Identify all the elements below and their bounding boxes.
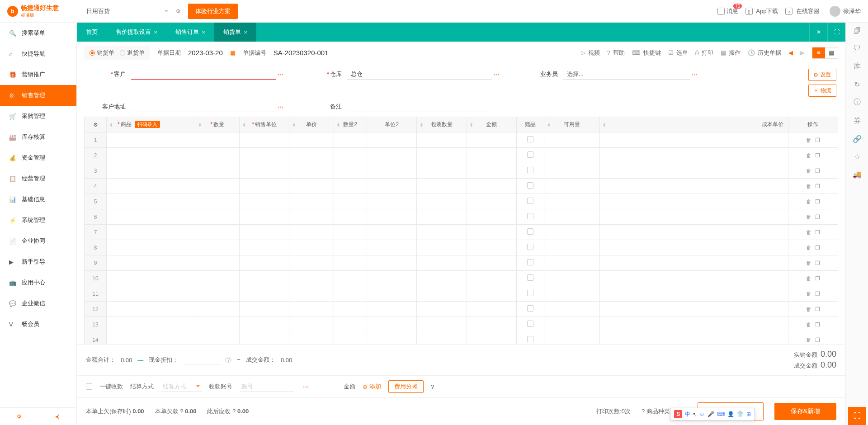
- gift-cell[interactable]: [517, 194, 544, 209]
- scan-input-tag[interactable]: 扫码录入: [135, 121, 160, 128]
- product-cell[interactable]: [107, 163, 195, 179]
- table-row[interactable]: 14🗑❐: [85, 332, 838, 345]
- unit2-cell[interactable]: [367, 255, 417, 271]
- sidebar-item-12[interactable]: 📺应用中心: [0, 272, 76, 293]
- sidebar-item-7[interactable]: 📋经营管理: [0, 168, 76, 189]
- unit2-cell[interactable]: [367, 332, 417, 345]
- cost-cell[interactable]: [599, 194, 788, 209]
- unit-cell[interactable]: [240, 148, 289, 163]
- amount-cell[interactable]: [467, 255, 516, 271]
- qty2-column[interactable]: ▲▼数量2: [334, 117, 367, 132]
- cost-cell[interactable]: [599, 148, 788, 163]
- order-type-return[interactable]: 退货单: [120, 49, 145, 57]
- cost-cell[interactable]: [599, 255, 788, 271]
- tab-1[interactable]: 售价提取设置✕: [107, 23, 166, 42]
- tab-2[interactable]: 销售订单✕: [166, 23, 214, 42]
- sidebar-item-14[interactable]: V畅会员: [0, 314, 76, 335]
- account-lookup-icon[interactable]: ⋯: [303, 383, 309, 390]
- prev-icon[interactable]: ◀: [788, 49, 793, 56]
- ime-skin-icon[interactable]: 👕: [737, 411, 744, 417]
- unit2-cell[interactable]: [367, 179, 417, 194]
- delete-icon[interactable]: 🗑: [806, 321, 811, 328]
- delete-icon[interactable]: 🗑: [806, 229, 811, 236]
- unit-cell[interactable]: [240, 194, 289, 209]
- gift-cell[interactable]: [517, 225, 544, 240]
- gear-column[interactable]: ⚙: [85, 117, 107, 132]
- amount-column[interactable]: ▲▼金额: [467, 117, 516, 132]
- cost-cell[interactable]: [599, 225, 788, 240]
- product-cell[interactable]: [107, 225, 195, 240]
- qty-cell[interactable]: [195, 255, 240, 271]
- delete-icon[interactable]: 🗑: [806, 260, 811, 266]
- question-icon[interactable]: ?: [232, 408, 236, 415]
- qty2-cell[interactable]: [334, 148, 367, 163]
- qty-cell[interactable]: [195, 332, 240, 345]
- unit2-cell[interactable]: [367, 317, 417, 332]
- qty2-cell[interactable]: [334, 240, 367, 255]
- warehouse-lookup-icon[interactable]: ⋯: [494, 71, 500, 78]
- unit-cell[interactable]: [240, 255, 289, 271]
- amount-cell[interactable]: [467, 317, 516, 332]
- customer-lookup-icon[interactable]: ⋯: [278, 71, 284, 78]
- table-row[interactable]: 8🗑❐: [85, 240, 838, 255]
- tab-3[interactable]: 销货单✕: [214, 23, 256, 42]
- cost-cell[interactable]: [599, 302, 788, 317]
- product-cell[interactable]: [107, 271, 195, 286]
- sidebar-item-4[interactable]: 🛒采购管理: [0, 106, 76, 127]
- amount-cell[interactable]: [467, 179, 516, 194]
- unit-cell[interactable]: [240, 317, 289, 332]
- price-cell[interactable]: [289, 271, 334, 286]
- table-row[interactable]: 2🗑❐: [85, 148, 838, 163]
- package-cell[interactable]: [417, 179, 467, 194]
- gift-cell[interactable]: [517, 332, 544, 345]
- cost-cell[interactable]: [599, 132, 788, 148]
- close-icon[interactable]: ✕: [244, 30, 247, 35]
- qty2-cell[interactable]: [334, 209, 367, 225]
- unit-cell[interactable]: [240, 302, 289, 317]
- rail-warehouse-icon[interactable]: 库: [854, 61, 861, 71]
- copy-icon[interactable]: ❐: [815, 306, 820, 312]
- table-row[interactable]: 1🗑❐: [85, 132, 838, 148]
- unit2-cell[interactable]: [367, 148, 417, 163]
- cost-cell[interactable]: [599, 332, 788, 345]
- delete-icon[interactable]: 🗑: [806, 245, 811, 251]
- copy-icon[interactable]: ❐: [815, 291, 820, 297]
- gift-cell[interactable]: [517, 179, 544, 194]
- cost-cell[interactable]: [599, 179, 788, 194]
- gift-cell[interactable]: [517, 286, 544, 302]
- qty2-cell[interactable]: [334, 225, 367, 240]
- price-cell[interactable]: [289, 225, 334, 240]
- qty-cell[interactable]: [195, 209, 240, 225]
- view-list-icon[interactable]: ≡: [812, 47, 825, 58]
- fee-share-button[interactable]: 费用分摊: [388, 380, 424, 393]
- gift-cell[interactable]: [517, 209, 544, 225]
- product-cell[interactable]: [107, 148, 195, 163]
- question-icon[interactable]: ?: [431, 383, 434, 390]
- ime-keyboard-icon[interactable]: ⌨: [717, 411, 725, 417]
- amount-cell[interactable]: [467, 163, 516, 179]
- qty2-cell[interactable]: [334, 271, 367, 286]
- unit-cell[interactable]: [240, 271, 289, 286]
- logistics-button[interactable]: ＋物流: [808, 85, 836, 97]
- price-column[interactable]: ▲▼单价: [289, 117, 334, 132]
- rail-refresh-icon[interactable]: ↻: [854, 80, 860, 89]
- settings-button[interactable]: ⚙设置: [808, 69, 836, 81]
- cost-cell[interactable]: [599, 163, 788, 179]
- qty2-cell[interactable]: [334, 302, 367, 317]
- qty-cell[interactable]: [195, 132, 240, 148]
- table-row[interactable]: 5🗑❐: [85, 194, 838, 209]
- messages-link[interactable]: ⋯ 消息 70: [717, 7, 738, 15]
- sidebar-item-3[interactable]: ⚙销售管理: [0, 85, 76, 106]
- ime-zhong-icon[interactable]: 中: [685, 411, 690, 418]
- qty-cell[interactable]: [195, 179, 240, 194]
- customer-input[interactable]: [131, 69, 276, 80]
- package-cell[interactable]: [417, 286, 467, 302]
- sidebar-item-8[interactable]: 📊基础信息: [0, 189, 76, 210]
- qty-cell[interactable]: [195, 148, 240, 163]
- unit-cell[interactable]: [240, 179, 289, 194]
- copy-icon[interactable]: ❐: [815, 321, 820, 328]
- select-order-link[interactable]: ☑选单: [668, 49, 688, 57]
- ime-emoji-icon[interactable]: ☺: [699, 411, 705, 417]
- one-key-checkbox[interactable]: [86, 383, 92, 390]
- delete-icon[interactable]: 🗑: [806, 198, 811, 205]
